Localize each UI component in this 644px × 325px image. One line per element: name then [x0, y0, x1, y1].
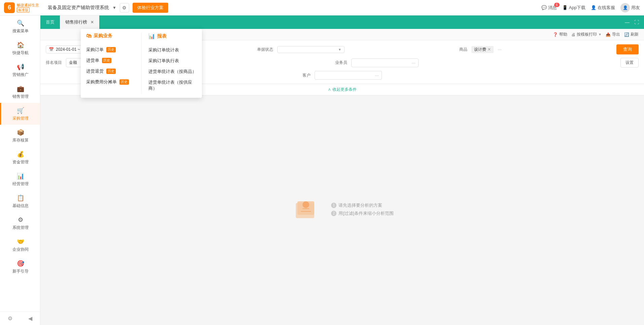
tip-num-2: 2: [331, 211, 336, 216]
purchase-col-icon: 🛍: [86, 33, 92, 39]
app-icon: 📱: [562, 5, 568, 10]
search-icon: 🔍: [17, 19, 24, 27]
empty-tip-2: 2 用[过滤]条件来缩小分析范围: [331, 210, 393, 216]
content-area: 首页 销售排行榜 ✕ — ⛶ ❓ 帮助 🖨 按模板打印 ▼: [40, 15, 644, 325]
empty-tips: 1 请先选择要分析的方案 2 用[过滤]条件来缩小分析范围: [331, 202, 393, 218]
header-right: 💬 消息 6 📱 App下载 👤 在线客服 👤 用友: [541, 3, 640, 12]
report-col-icon: 📊: [148, 33, 155, 39]
salesperson-select[interactable]: ···: [351, 58, 419, 67]
salesperson-label: 业务员: [335, 60, 347, 66]
print-chevron-icon: ▼: [598, 33, 602, 36]
export-button[interactable]: 📤 导出: [606, 32, 620, 37]
export-icon: 📤: [606, 32, 611, 37]
dropdown-arrow[interactable]: ▼: [112, 5, 116, 10]
industry-button[interactable]: 体验行业方案: [133, 3, 168, 13]
refresh-icon: 🔄: [624, 32, 629, 37]
app-download-button[interactable]: 📱 App下载: [562, 5, 585, 11]
rank-item-label: 排名项目: [46, 60, 62, 66]
home-icon: 🏠: [17, 41, 24, 49]
guide-icon: 🎯: [17, 260, 24, 267]
dropdown-item-incoming-stats-supplier[interactable]: 进货单统计表（按供应商）: [148, 77, 197, 94]
help-icon: ❓: [553, 32, 558, 37]
sidebar-item-marketing[interactable]: 📢 营销推广: [0, 59, 40, 81]
voucher-status-label: 单据状态: [257, 47, 273, 52]
calendar-icon: 📅: [49, 47, 54, 52]
voucher-status-chevron: ▼: [338, 48, 342, 51]
user-menu[interactable]: 👤 用友: [620, 3, 640, 12]
system-icon: ⚙: [18, 216, 23, 224]
sidebar-item-sales[interactable]: 💼 销售管理: [0, 81, 40, 103]
sidebar-item-quick-nav[interactable]: 🏠 快捷导航: [0, 37, 40, 59]
sidebar-item-guide[interactable]: 🎯 新手引导: [0, 256, 40, 278]
sidebar-collapse-icon[interactable]: ◀: [28, 315, 32, 322]
customer-label: 客户: [302, 73, 311, 78]
collapse-icon: ∧: [328, 87, 331, 92]
dropdown-item-purchase-order[interactable]: 采购订单 历史: [86, 44, 135, 55]
voucher-status-select[interactable]: ▼: [277, 46, 345, 53]
history-badge-3: 历史: [119, 79, 129, 85]
sidebar-item-inventory[interactable]: 📦 库存核算: [0, 125, 40, 147]
dropdown-report-title: 📊 报表: [148, 33, 197, 41]
sidebar-item-basic-info[interactable]: 📋 基础信息: [0, 190, 40, 212]
sidebar-item-purchase[interactable]: 🛒 采购管理: [0, 103, 40, 125]
tab-home[interactable]: 首页: [40, 15, 60, 29]
query-button[interactable]: 查询: [616, 44, 639, 54]
dropdown-menu: 🛍 采购业务 采购订单 历史 进货单 历史 进货退货: [81, 29, 202, 98]
tab-close-icon[interactable]: ✕: [91, 20, 94, 25]
customer-more-icon: ···: [375, 73, 379, 78]
sidebar-item-system[interactable]: ⚙ 系统管理: [0, 212, 40, 234]
service-icon: 👤: [591, 5, 596, 10]
refresh-button[interactable]: 🔄 刷新: [624, 32, 639, 37]
main-layout: 🔍 搜索菜单 🏠 快捷导航 📢 营销推广 💼 销售管理 🛒 采购管理 📦 库存核…: [0, 15, 644, 325]
goods-more-icon[interactable]: ···: [498, 47, 502, 52]
user-avatar: 👤: [620, 3, 630, 12]
history-badge-2: 历史: [106, 69, 116, 74]
top-header: 6 畅捷通好生意 标准版 装备及固定资产辅助管理系统 ▼ ⚙ 体验行业方案 💬 …: [0, 0, 644, 15]
sidebar: 🔍 搜索菜单 🏠 快捷导航 📢 营销推广 💼 销售管理 🛒 采购管理 📦 库存核…: [0, 15, 40, 325]
dropdown-item-order-stats[interactable]: 采购订单统计表: [148, 45, 197, 55]
print-icon: 🖨: [571, 32, 575, 37]
goods-tag-close[interactable]: ✕: [488, 47, 491, 52]
setting-button[interactable]: 设置: [620, 58, 639, 68]
history-badge-1: 历史: [102, 58, 111, 63]
tab-bar: 首页 销售排行榜 ✕ — ⛶: [40, 15, 644, 29]
inventory-icon: 📦: [17, 129, 24, 136]
tip-num-1: 1: [331, 203, 336, 208]
help-button[interactable]: ❓ 帮助: [553, 32, 567, 37]
goods-tag: 设计费 ✕: [471, 46, 494, 53]
empty-tip-1: 1 请先选择要分析的方案: [331, 202, 393, 208]
tab-minimize-icon[interactable]: —: [623, 18, 631, 26]
sidebar-item-finance[interactable]: 💰 资金管理: [0, 147, 40, 168]
settings-icon[interactable]: ⚙: [120, 3, 129, 12]
marketing-icon: 📢: [17, 63, 24, 71]
dropdown-col-report: 📊 报表 采购订单统计表 采购订单执行表 进货单统计表（按商品）: [143, 33, 202, 94]
dropdown-item-return[interactable]: 进货退货 历史: [86, 66, 135, 77]
tab-actions: — ⛶: [623, 18, 644, 26]
header-middle: 装备及固定资产辅助管理系统 ▼ ⚙ 体验行业方案: [44, 3, 541, 13]
tab-sales-rank[interactable]: 销售排行榜 ✕: [60, 15, 99, 29]
message-button[interactable]: 💬 消息 6: [541, 5, 557, 11]
sidebar-item-search[interactable]: 🔍 搜索菜单: [0, 15, 40, 37]
sidebar-settings-icon[interactable]: ⚙: [8, 315, 12, 322]
dropdown-item-incoming[interactable]: 进货单 历史: [86, 55, 135, 66]
tab-maximize-icon[interactable]: ⛶: [633, 18, 641, 26]
dropdown-item-incoming-stats-goods[interactable]: 进货单统计表（按商品）: [148, 66, 197, 77]
service-button[interactable]: 👤 在线客服: [591, 5, 615, 11]
sidebar-item-enterprise[interactable]: 🤝 企业协同: [0, 234, 40, 256]
history-badge-0: 历史: [106, 47, 116, 52]
sidebar-bottom: ⚙ ◀: [0, 312, 40, 325]
dropdown-item-order-exec[interactable]: 采购订单执行表: [148, 55, 197, 66]
customer-select[interactable]: ···: [315, 71, 382, 80]
dropdown-columns: 🛍 采购业务 采购订单 历史 进货单 历史 进货退货: [81, 33, 202, 94]
message-badge: 6: [554, 3, 560, 7]
logo-area: 6 畅捷通好生意 标准版: [4, 2, 44, 13]
dropdown-col-purchase: 🛍 采购业务 采购订单 历史 进货单 历史 进货退货: [81, 33, 140, 94]
dropdown-item-expense[interactable]: 采购费用分摊单 历史: [86, 77, 135, 87]
print-button[interactable]: 🖨 按模板打印 ▼: [571, 32, 602, 37]
dropdown-overlay: 🛍 采购业务 采购订单 历史 进货单 历史 进货退货: [81, 29, 202, 98]
dropdown-purchase-title: 🛍 采购业务: [86, 33, 135, 41]
empty-state: 1 请先选择要分析的方案 2 用[过滤]条件来缩小分析范围: [40, 95, 644, 325]
sidebar-item-operations[interactable]: 📊 经营管理: [0, 168, 40, 190]
purchase-icon: 🛒: [17, 107, 24, 114]
message-icon: 💬: [541, 5, 547, 10]
